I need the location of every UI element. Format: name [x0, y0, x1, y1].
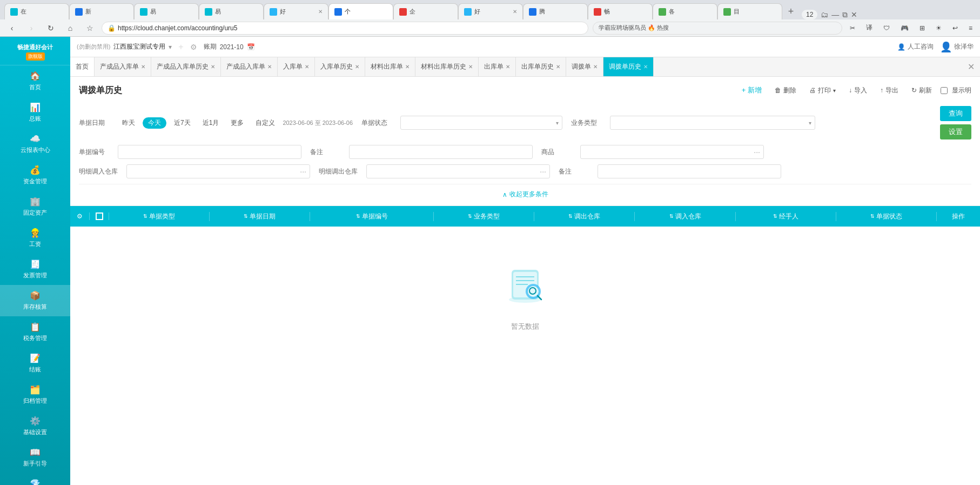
- th-handler[interactable]: ⇅ 经手人: [736, 212, 836, 221]
- search-bar[interactable]: 学霸应聘场驱鸟员 🔥 热搜: [593, 22, 842, 35]
- nav-back[interactable]: ‹: [4, 21, 19, 36]
- settings-gear-icon[interactable]: ⚙: [190, 43, 197, 51]
- export-button[interactable]: ↑ 导出: [876, 84, 903, 97]
- sidebar-item-settings[interactable]: ⚙️ 基础设置: [0, 410, 70, 442]
- add-company-btn[interactable]: +: [178, 42, 183, 52]
- delete-button[interactable]: 🗑 删除: [770, 84, 801, 97]
- tab-close-icon[interactable]: ✕: [267, 64, 272, 70]
- query-button[interactable]: 查询: [940, 106, 971, 121]
- tab-outbound[interactable]: 出库单 ✕: [479, 57, 516, 77]
- toolbar-scissors[interactable]: ✂: [847, 23, 858, 33]
- remark-input[interactable]: [349, 145, 533, 159]
- warehouse-out-dots-icon[interactable]: ···: [540, 167, 546, 176]
- date-today[interactable]: 今天: [143, 117, 166, 129]
- date-custom[interactable]: 自定义: [251, 117, 279, 129]
- nav-refresh[interactable]: ↻: [43, 21, 58, 36]
- warehouse-in-dots-icon[interactable]: ···: [300, 167, 306, 176]
- tab-close-icon[interactable]: ✕: [318, 9, 323, 15]
- th-warehouse-in[interactable]: ⇅ 调入仓库: [635, 212, 735, 221]
- sidebar-item-salary[interactable]: 👷 工资: [0, 222, 70, 254]
- sidebar-item-fund[interactable]: 💰 资金管理: [0, 160, 70, 191]
- browser-tab-10[interactable]: 目: [717, 3, 782, 19]
- th-doc-date[interactable]: ⇅ 单据日期: [210, 212, 310, 221]
- sidebar-item-asset[interactable]: 🏢 固定资产: [0, 191, 70, 222]
- window-close[interactable]: ✕: [851, 10, 857, 19]
- goods-selector[interactable]: ···: [580, 145, 764, 159]
- company-selector[interactable]: (勿删勿禁用) 江西服宝测试专用 ▾: [77, 42, 172, 51]
- tab-close-icon[interactable]: ✕: [643, 64, 648, 70]
- sidebar-item-home[interactable]: 🏠 首页: [0, 65, 70, 97]
- th-settings[interactable]: ⚙: [70, 212, 90, 220]
- tab-close-icon[interactable]: ✕: [405, 64, 410, 70]
- sidebar-item-tax[interactable]: 📋 税务管理: [0, 316, 70, 348]
- sidebar-item-closing[interactable]: 📝 结账: [0, 348, 70, 379]
- browser-tab-2[interactable]: 易: [134, 3, 199, 19]
- browser-tab-4[interactable]: 好 ✕: [264, 3, 328, 19]
- toolbar-sun[interactable]: ☀: [932, 23, 945, 33]
- tab-close-icon[interactable]: ✕: [355, 64, 359, 70]
- tab-close-icon[interactable]: ✕: [513, 9, 517, 15]
- tab-inbound-history[interactable]: 入库单历史 ✕: [315, 57, 365, 77]
- tab-close-icon[interactable]: ✕: [141, 64, 145, 70]
- date-yesterday[interactable]: 昨天: [118, 117, 139, 129]
- toolbar-translate[interactable]: 译: [863, 22, 876, 34]
- tab-product-inbound2[interactable]: 产成品入库单 ✕: [221, 57, 278, 77]
- tab-transfer[interactable]: 调拨单 ✕: [566, 57, 603, 77]
- warehouse-out-selector[interactable]: ···: [366, 164, 550, 178]
- browser-tab-active[interactable]: 个: [328, 3, 393, 19]
- browser-tab-logo[interactable]: 在: [4, 3, 69, 19]
- show-toggle-checkbox[interactable]: [941, 87, 948, 94]
- date-7days[interactable]: 近7天: [170, 117, 195, 129]
- goods-dots-icon[interactable]: ···: [754, 148, 760, 156]
- sidebar-item-cloud-report[interactable]: ☁️ 云报表中心: [0, 128, 70, 160]
- browser-tab-9[interactable]: 各: [653, 3, 717, 19]
- address-bar[interactable]: 🔒 https://cloud.chanjet.com/accounting/u…: [102, 22, 588, 35]
- tab-close-icon[interactable]: ✕: [506, 64, 510, 70]
- remark2-input[interactable]: [598, 164, 781, 178]
- sidebar-item-inventory[interactable]: 📦 库存核算: [0, 285, 70, 316]
- toolbar-menu[interactable]: ≡: [965, 23, 976, 33]
- browser-tab-7[interactable]: 腾: [523, 3, 588, 19]
- nav-home[interactable]: ⌂: [63, 21, 78, 36]
- sidebar-item-archive[interactable]: 🗂️ 归档管理: [0, 379, 70, 410]
- tab-close-icon[interactable]: ✕: [468, 64, 473, 70]
- window-minimize[interactable]: 🗂: [821, 10, 828, 19]
- user-profile[interactable]: 👤 徐泽华: [940, 41, 974, 53]
- collapse-button[interactable]: ∧ 收起更多条件: [496, 188, 555, 201]
- browser-tab-6[interactable]: 好 ✕: [458, 3, 523, 19]
- browser-tab-8[interactable]: 畅: [588, 3, 653, 19]
- th-checkbox[interactable]: [90, 212, 109, 220]
- tab-close-icon[interactable]: ✕: [556, 64, 560, 70]
- status-select[interactable]: ▾: [400, 116, 562, 130]
- th-warehouse-out[interactable]: ⇅ 调出仓库: [534, 212, 635, 221]
- tab-transfer-history[interactable]: 调拨单历史 ✕: [603, 57, 654, 77]
- th-doc-type[interactable]: ⇅ 单据类型: [109, 212, 210, 221]
- import-button[interactable]: ↓ 导入: [844, 84, 871, 97]
- sidebar-item-invoice[interactable]: 🧾 发票管理: [0, 254, 70, 285]
- calendar-icon[interactable]: 📅: [247, 43, 255, 51]
- tab-bar-close-btn[interactable]: ✕: [962, 62, 980, 72]
- toolbar-grid[interactable]: ⊞: [916, 23, 928, 33]
- tab-close-icon[interactable]: ✕: [593, 64, 598, 70]
- nav-favorite[interactable]: ☆: [82, 21, 97, 36]
- toolbar-shield[interactable]: 🛡: [880, 23, 893, 33]
- browser-tab-3[interactable]: 易: [199, 3, 264, 19]
- tab-material-outbound[interactable]: 材料出库单 ✕: [365, 57, 415, 77]
- print-button[interactable]: 🖨 打印 ▾: [805, 84, 840, 97]
- th-doc-status[interactable]: ⇅ 单据状态: [836, 212, 937, 221]
- sidebar-item-member[interactable]: 💎 畅会员: [0, 473, 70, 485]
- biz-type-select[interactable]: ▾: [610, 116, 815, 130]
- refresh-button[interactable]: ↻ 刷新: [907, 84, 936, 97]
- warehouse-in-selector[interactable]: ···: [126, 164, 310, 178]
- tab-close-icon[interactable]: ✕: [211, 64, 215, 70]
- tab-outbound-history[interactable]: 出库单历史 ✕: [516, 57, 566, 77]
- date-1month[interactable]: 近1月: [198, 117, 224, 129]
- browser-tab-1[interactable]: 新: [69, 3, 134, 19]
- tab-product-inbound-history[interactable]: 产成品入库单历史 ✕: [151, 57, 221, 77]
- browser-tab-5[interactable]: 企: [393, 3, 458, 19]
- select-all-checkbox[interactable]: [96, 212, 103, 220]
- toolbar-undo[interactable]: ↩: [949, 23, 961, 33]
- period-selector[interactable]: 账期 2021-10 📅: [204, 42, 255, 51]
- window-restore[interactable]: ⧉: [842, 10, 848, 19]
- sidebar-item-guide[interactable]: 📖 新手引导: [0, 442, 70, 473]
